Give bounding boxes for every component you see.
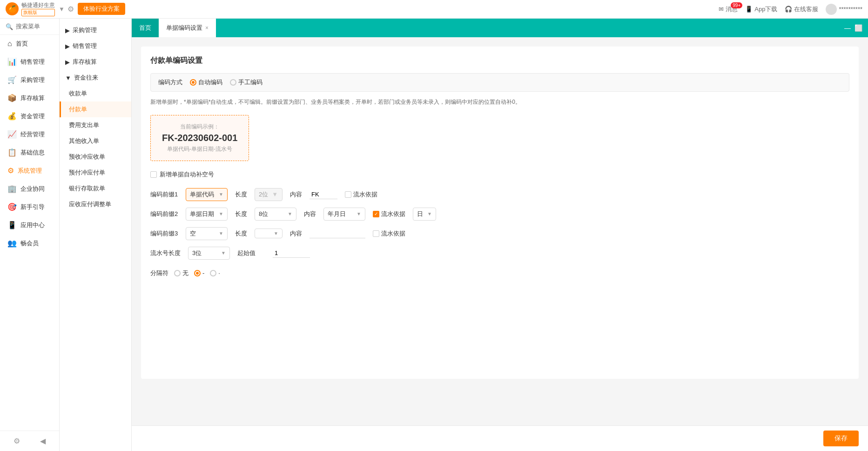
sidebar-item-finance[interactable]: 💰 资金管理 — [0, 107, 59, 125]
start-value-input[interactable] — [273, 249, 310, 258]
sidebar-item-inventory[interactable]: 📦 库存核算 — [0, 89, 59, 107]
sub-menu-arrow-icon: ▶ — [65, 59, 70, 66]
serial-length-arrow-icon: ▼ — [221, 250, 226, 256]
config-row-1: 编码前缀1 单据代码 ▼ 长度 2位 ▼ 内容 流水依据 — [150, 188, 849, 201]
sub-menu-item-adjust[interactable]: 应收应付调整单 — [60, 196, 131, 212]
dropdown-arrow-icon[interactable]: ▼ — [59, 6, 65, 13]
content1-input[interactable] — [310, 190, 337, 199]
sub-menu-inventory[interactable]: ▶ 库存核算 — [60, 54, 131, 70]
sidebar-item-sales[interactable]: 📊 销售管理 — [0, 53, 59, 71]
sidebar-item-operation[interactable]: 📈 经营管理 — [0, 125, 59, 143]
follow2-checkbox-checked: ✓ — [373, 211, 379, 217]
auto-fill-row[interactable]: 新增单据自动补空号 — [150, 170, 849, 179]
tab-close-icon[interactable]: × — [205, 25, 209, 31]
user-name: ********** — [839, 6, 862, 13]
sidebar-item-system[interactable]: ⚙ 系统管理 — [0, 162, 59, 180]
auto-fill-label: 新增单据自动补空号 — [160, 170, 214, 179]
tab-active[interactable]: 单据编码设置 × — [159, 19, 216, 37]
tab-minimize-icon[interactable]: — — [844, 24, 851, 32]
follow1-checkbox[interactable]: 流水依据 — [345, 190, 377, 199]
length1-select: 2位 ▼ — [255, 188, 283, 201]
sep-dash-radio[interactable]: - — [194, 269, 204, 276]
sub-menu-item-expense[interactable]: 费用支出单 — [60, 117, 131, 133]
sub-menu-group-label: 资金往来 — [74, 74, 98, 82]
prefix3-select[interactable]: 空 ▼ — [186, 227, 228, 240]
start-value-label: 起始值 — [237, 249, 265, 257]
tab-home[interactable]: 首页 — [132, 19, 159, 37]
purchase-icon: 🛒 — [7, 75, 17, 84]
prefix1-select[interactable]: 单据代码 ▼ — [186, 188, 228, 201]
sidebar-item-enterprise[interactable]: 🏢 企业协同 — [0, 180, 59, 198]
sidebar-item-apps[interactable]: 📱 应用中心 — [0, 216, 59, 234]
sub-menu-panel: ▶ 采购管理 ▶ 销售管理 ▶ 库存核算 ▼ 资金往来 收款单 付款单 费用支出… — [60, 19, 132, 451]
settings-icon[interactable]: ⚙ — [67, 5, 74, 13]
follow2-option-select[interactable]: 日 ▼ — [413, 208, 436, 221]
member-icon: 👥 — [7, 239, 17, 248]
content3-input[interactable] — [310, 229, 365, 238]
sub-menu-arrow-icon: ▼ — [65, 74, 71, 81]
sep-dash-dot — [194, 270, 201, 276]
sidebar-item-purchase[interactable]: 🛒 采购管理 — [0, 71, 59, 89]
content2-select[interactable]: 年月日 ▼ — [323, 208, 365, 221]
sub-menu-item-other-income[interactable]: 其他收入单 — [60, 133, 131, 149]
search-icon: 🔍 — [6, 23, 13, 30]
length2-select[interactable]: 8位 ▼ — [255, 208, 296, 221]
content1-label: 内容 — [290, 190, 302, 199]
sub-menu-arrow-icon: ▶ — [65, 27, 70, 34]
finance-icon: 💰 — [7, 112, 17, 121]
sub-menu-item-prepaid-pay[interactable]: 预付冲应付单 — [60, 165, 131, 181]
sidebar-bottom: ⚙ ◀ — [0, 431, 59, 451]
tab-maximize-icon[interactable]: ⬜ — [855, 24, 862, 32]
sidebar-item-guide[interactable]: 🎯 新手引导 — [0, 198, 59, 216]
save-button[interactable]: 保存 — [823, 431, 859, 446]
auto-encode-radio[interactable]: 自动编码 — [190, 78, 222, 87]
preview-box: 当前编码示例： FK-20230602-001 单据代码-单据日期-流水号 — [150, 115, 249, 161]
prefix2-select[interactable]: 单据日期 ▼ — [186, 208, 228, 221]
sub-menu-capital[interactable]: ▼ 资金往来 — [60, 70, 131, 86]
length1-label: 长度 — [235, 190, 247, 199]
sidebar-item-home[interactable]: ⌂ 首页 — [0, 35, 59, 53]
follow3-checkbox[interactable]: 流水依据 — [373, 229, 405, 238]
manual-encode-radio[interactable]: 手工编码 — [230, 78, 262, 87]
sidebar-item-base[interactable]: 📋 基础信息 — [0, 143, 59, 162]
content2-value: 年月日 — [328, 210, 346, 218]
preview-label: 当前编码示例： — [162, 123, 237, 131]
home-icon: ⌂ — [7, 40, 12, 48]
content-area: 付款单编码设置 编码方式 自动编码 手工编码 新增单据时，*单据编码*自动生成，… — [132, 37, 868, 425]
sidebar-collapse-icon[interactable]: ◀ — [38, 435, 47, 447]
sidebar-item-member[interactable]: 👥 畅会员 — [0, 234, 59, 252]
sep-dot-radio[interactable]: · — [210, 269, 220, 276]
sep-none-radio[interactable]: 无 — [174, 269, 188, 277]
follow2-checkbox[interactable]: ✓ 流水依据 — [373, 210, 405, 218]
main-wrapper: 首页 单据编码设置 × — ⬜ 付款单编码设置 编码方式 自动编码 — [132, 19, 868, 451]
sub-menu-sales[interactable]: ▶ 销售管理 — [60, 38, 131, 54]
auto-fill-checkbox[interactable] — [150, 171, 157, 178]
sub-menu-item-receipt[interactable]: 收款单 — [60, 86, 131, 101]
message-btn[interactable]: ✉ 消息 99+ — [719, 5, 738, 13]
sidebar-item-label: 系统管理 — [18, 167, 42, 175]
sub-menu-group-label: 采购管理 — [73, 26, 97, 34]
sub-menu-item-payment[interactable]: 付款单 — [60, 101, 131, 117]
prefix3-value: 空 — [190, 229, 196, 238]
prefix1-value: 单据代码 — [190, 190, 214, 199]
info-text: 新增单据时，*单据编码*自动生成，不可编辑。前缀设置为部门、业务员等档案类，开单… — [150, 97, 849, 108]
sidebar-search-btn[interactable]: 🔍 搜索菜单 — [0, 19, 59, 35]
sub-menu-item-prepaid-recv[interactable]: 预收冲应收单 — [60, 149, 131, 165]
sub-menu-item-bank[interactable]: 银行存取款单 — [60, 181, 131, 196]
sub-menu-purchase[interactable]: ▶ 采购管理 — [60, 22, 131, 38]
online-service-btn[interactable]: 🎧 在线客服 — [785, 5, 818, 13]
follow1-label: 流水依据 — [353, 190, 377, 199]
prefix2-arrow-icon: ▼ — [219, 211, 223, 216]
industry-btn[interactable]: 体验行业方案 — [78, 3, 125, 15]
length3-select[interactable]: ▼ — [255, 229, 283, 238]
manual-encode-dot — [230, 79, 236, 86]
service-label: 在线客服 — [794, 5, 818, 13]
app-download-btn[interactable]: 📱 App下载 — [745, 5, 777, 13]
user-info[interactable]: ********** — [826, 4, 862, 15]
sidebar-settings-icon[interactable]: ⚙ — [12, 435, 22, 447]
sidebar-item-label: 企业协同 — [20, 185, 45, 193]
sep-dot-dot — [210, 270, 216, 276]
sidebar-item-label: 首页 — [16, 40, 28, 48]
serial-length-select[interactable]: 3位 ▼ — [188, 247, 230, 260]
prefix3-arrow-icon: ▼ — [219, 231, 223, 236]
